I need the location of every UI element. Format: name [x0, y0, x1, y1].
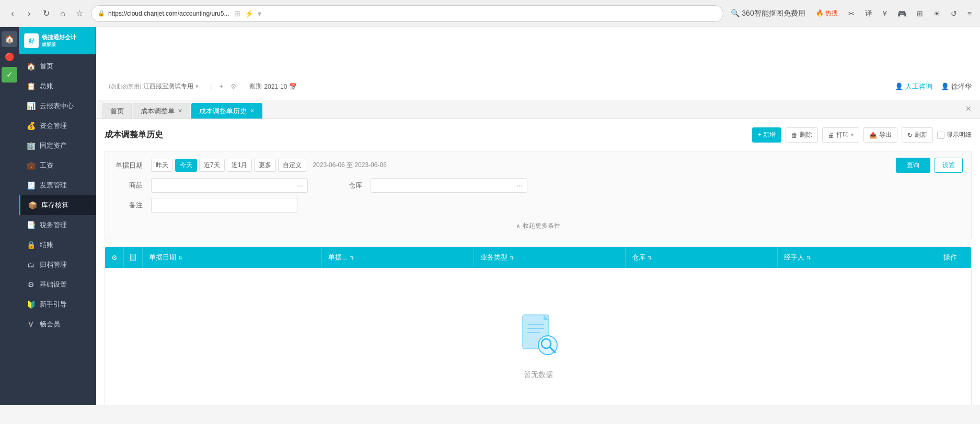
icon-bar-main[interactable]: 🏠 — [2, 31, 17, 47]
wallet-tool[interactable]: ¥ — [880, 8, 890, 19]
sidebar-label-ledger: 总账 — [40, 81, 53, 91]
filter-settings-btn[interactable]: 设置 — [935, 158, 963, 173]
th-gear[interactable]: ⚙ — [105, 247, 124, 268]
brightness-tool[interactable]: ☀ — [930, 8, 943, 19]
th-biz[interactable]: 业务类型 ⇅ — [474, 247, 626, 268]
calendar-icon[interactable]: 📅 — [289, 83, 297, 90]
undo-tool[interactable]: ↺ — [948, 8, 960, 19]
warehouse-more-icon[interactable]: ··· — [516, 181, 523, 190]
sidebar-item-salary[interactable]: 💼 工资 — [19, 156, 96, 175]
th-handler[interactable]: 经手人 ⇅ — [778, 247, 929, 268]
th-no[interactable]: 单据... ⇅ — [322, 247, 474, 268]
user-name: 徐泽华 — [951, 82, 972, 91]
company-selector[interactable]: (勿删勿禁用) (勿删勿禁用) 江西服宝测试专用 江西服宝测试专用 ▾ — [105, 80, 203, 93]
sidebar-item-tax[interactable]: 📑 税务管理 — [19, 215, 96, 235]
menu-tool[interactable]: ≡ — [964, 8, 975, 19]
th-date[interactable]: 单据日期 ⇅ — [143, 247, 322, 268]
sidebar-item-guide[interactable]: 🔰 新手引导 — [19, 295, 96, 314]
sidebar-label-member: 畅会员 — [40, 320, 60, 329]
header-checkbox[interactable] — [130, 254, 136, 261]
date-btn-today[interactable]: 今天 — [175, 159, 197, 172]
table-container: ⚙ 单据日期 ⇅ 单据... ⇅ 业务类型 ⇅ 仓库 — [105, 246, 972, 405]
sidebar-item-invoice[interactable]: 🧾 发票管理 — [19, 175, 96, 195]
empty-illustration — [512, 310, 564, 362]
collapse-btn[interactable]: ∧ 收起更多条件 — [113, 218, 963, 233]
grid-tool[interactable]: ⊞ — [914, 8, 926, 19]
tab-home[interactable]: 首页 — [102, 103, 132, 119]
forbidden-label: (勿删勿禁用) — [109, 83, 141, 90]
close-all-tabs-btn[interactable]: ✕ — [965, 104, 972, 113]
display-checkbox[interactable] — [937, 132, 944, 139]
th-check[interactable] — [124, 247, 143, 268]
warehouse-select[interactable]: ··· — [371, 178, 527, 193]
product-select[interactable]: ··· — [151, 178, 308, 193]
collapse-label: 收起更多条件 — [523, 221, 560, 230]
tab-cost-adj-close[interactable]: ✕ — [178, 108, 182, 114]
browser-chrome: ‹ › ↻ ⌂ ☆ 🔒 https://cloud.chanjet.com/ac… — [0, 0, 980, 27]
dropdown-icon[interactable]: ▾ — [258, 9, 261, 18]
bookmark-button[interactable]: ☆ — [72, 6, 87, 21]
delete-btn[interactable]: 🗑 删除 — [786, 127, 818, 143]
print-dropdown-icon[interactable]: ▾ — [851, 132, 854, 138]
date-btn-7days[interactable]: 近7天 — [199, 159, 225, 172]
tab-cost-hist[interactable]: 成本调整单历史 ✕ — [191, 103, 262, 119]
forward-button[interactable]: › — [22, 6, 37, 21]
back-button[interactable]: ‹ — [5, 6, 20, 21]
user-info[interactable]: 👤 徐泽华 — [941, 82, 972, 91]
export-btn[interactable]: 📤 导出 — [863, 127, 897, 143]
icon-bar-green[interactable]: ✓ — [2, 67, 17, 83]
scissors-tool[interactable]: ✂ — [845, 8, 858, 19]
translate-tool[interactable]: 译 — [862, 8, 875, 19]
game-tool[interactable]: 🎮 — [894, 8, 909, 19]
warehouse-filter-label: 仓库 — [333, 181, 362, 190]
display-toggle[interactable]: 显示明细 — [937, 131, 972, 139]
company-dropdown-icon[interactable]: ▾ — [195, 83, 199, 90]
print-btn[interactable]: 🖨 打印 ▾ — [822, 127, 859, 143]
delete-icon: 🗑 — [791, 132, 798, 139]
page-title: 成本调整单历史 — [105, 129, 163, 140]
lightning-icon[interactable]: ⚡ — [245, 9, 253, 18]
date-btn-yesterday[interactable]: 昨天 — [151, 159, 173, 172]
remark-input[interactable] — [151, 198, 297, 213]
product-more-icon[interactable]: ··· — [297, 181, 303, 190]
date-btn-custom[interactable]: 自定义 — [278, 159, 306, 172]
search-tool[interactable]: 🔍 360智能抠图免费用 — [728, 8, 808, 19]
sidebar-item-reports[interactable]: 📊 云报表中心 — [19, 96, 96, 116]
add-company-btn[interactable]: + — [220, 83, 224, 90]
content-tabs: 首页 成本调整单 ✕ 成本调整单历史 ✕ ✕ — [96, 100, 980, 119]
home-button[interactable]: ⌂ — [55, 6, 70, 21]
sidebar-item-fixed-assets[interactable]: 🏢 固定资产 — [19, 136, 96, 156]
sidebar-item-archive[interactable]: 🗂 归档管理 — [19, 255, 96, 275]
filter-area: 单据日期 昨天 今天 近7天 近1月 更多 自定义 2023-06-06 至 2… — [105, 151, 972, 240]
tab-cost-adj[interactable]: 成本调整单 ✕ — [133, 103, 190, 119]
reload-button[interactable]: ↻ — [39, 6, 53, 21]
settings-gear-icon[interactable]: ⚙ — [230, 83, 237, 90]
sidebar-item-inventory[interactable]: 📦 库存核算 — [19, 195, 96, 215]
th-warehouse[interactable]: 仓库 ⇅ — [626, 247, 777, 268]
address-bar[interactable]: 🔒 https://cloud.chanjet.com/accounting/u… — [91, 5, 723, 22]
extensions-icon[interactable]: ⊞ — [234, 9, 240, 18]
search-btn[interactable]: 查询 — [896, 158, 930, 173]
service-label: 人工咨询 — [905, 82, 932, 91]
hot-search[interactable]: 🔥 热搜 — [813, 8, 841, 19]
sidebar-item-member[interactable]: V 畅会员 — [19, 314, 96, 334]
table-header: ⚙ 单据日期 ⇅ 单据... ⇅ 业务类型 ⇅ 仓库 — [105, 247, 971, 268]
settings-icon: ⚙ — [26, 280, 36, 289]
icon-bar-weibo[interactable]: 🔴 — [2, 49, 17, 65]
icon-bar: 🏠 🔴 ✓ — [0, 27, 19, 405]
date-btn-1month[interactable]: 近1月 — [227, 159, 252, 172]
sidebar-item-finance[interactable]: 💰 资金管理 — [19, 116, 96, 136]
sidebar-item-settings[interactable]: ⚙ 基础设置 — [19, 275, 96, 295]
tab-cost-hist-close[interactable]: ✕ — [250, 108, 255, 114]
th-biz-sort-icon: ⇅ — [510, 255, 514, 261]
sidebar-item-home[interactable]: 🏠 首页 — [19, 56, 96, 76]
add-btn[interactable]: + 新增 — [752, 127, 781, 143]
sidebar-label-inventory: 库存核算 — [41, 201, 68, 210]
sidebar-item-ledger[interactable]: 📋 总账 — [19, 76, 96, 96]
sidebar-item-closing[interactable]: 🔒 结账 — [19, 235, 96, 255]
sidebar-label-settings: 基础设置 — [40, 280, 67, 289]
service-btn[interactable]: 👤 人工咨询 — [895, 82, 932, 91]
date-btn-more[interactable]: 更多 — [254, 159, 276, 172]
home-icon: 🏠 — [26, 62, 36, 70]
refresh-btn[interactable]: ↻ 刷新 — [902, 127, 933, 143]
